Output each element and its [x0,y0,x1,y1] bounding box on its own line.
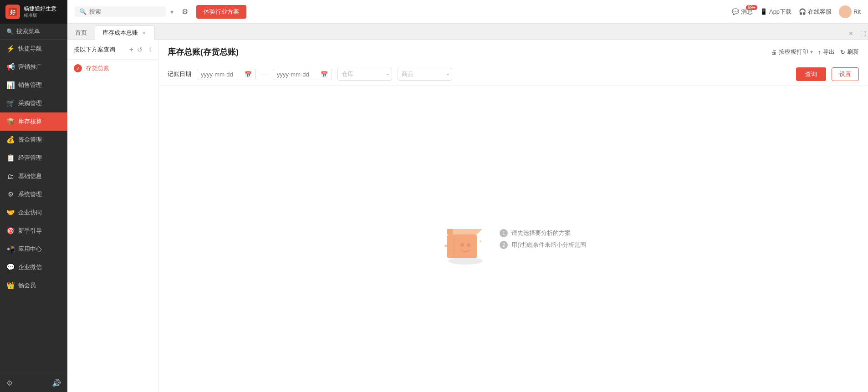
date-start-input[interactable]: 📅 [197,69,256,80]
topbar-gear-button[interactable]: ⚙ [178,5,192,19]
sidebar-item-guide[interactable]: 🎯 新手引导 [0,222,67,240]
page-header: 库存总账(存货总账) 🖨 按模板打印 ▾ ↑ 导出 ↻ [158,40,868,86]
warehouse-select[interactable]: 仓库 ··· [337,68,392,81]
product-select[interactable]: 商品 ··· [398,68,452,81]
refresh-label: 刷新 [847,48,859,56]
sidebar-item-finance[interactable]: 💰 资金管理 [0,131,67,149]
sidebar-item-label: 企业微信 [18,263,42,271]
sidebar-item-basic[interactable]: 🗂 基础信息 [0,167,67,185]
print-button[interactable]: 🖨 按模板打印 ▾ [771,48,813,56]
quick-nav-icon: ⚡ [6,45,15,53]
export-button[interactable]: ↑ 导出 [818,48,835,56]
sidebar-item-purchase[interactable]: 🛒 采购管理 [0,94,67,112]
filter-item-inventory-total[interactable]: ✓ 存货总账 [67,60,158,77]
sidebar-item-wechat[interactable]: 💬 企业微信 [0,258,67,276]
refresh-button[interactable]: ↻ 刷新 [840,48,859,56]
date-end-input[interactable]: 📅 [273,69,332,80]
settings-icon[interactable]: ⚙ [6,379,13,387]
tab-inventory-ledger[interactable]: 库存成本总账 × [95,25,155,40]
settings-button[interactable]: 设置 [832,67,859,81]
warehouse-label: 仓库 [342,70,383,78]
close-icon[interactable]: × [847,28,855,40]
user-avatar [839,5,852,18]
topbar: 🔍 ▾ ⚙ 体验行业方案 💬 消息 99+ 📱 App下载 🎧 在线客服 [67,0,868,24]
online-service-button[interactable]: 🎧 在线客服 [799,8,832,16]
topbar-search-input[interactable] [89,8,153,15]
wechat-icon: 💬 [6,263,15,271]
tab-inventory-ledger-label: 库存成本总账 [102,29,138,37]
svg-point-10 [480,240,481,242]
tabs-bar: 首页 库存成本总账 × × ⛶ [67,24,868,40]
export-label: 导出 [823,48,835,56]
sidebar-item-apps[interactable]: 📲 应用中心 [0,240,67,258]
sidebar-search[interactable]: 🔍 搜索菜单 [0,24,67,40]
sidebar-item-vip[interactable]: 👑 畅会员 [0,276,67,295]
filter-add-icon[interactable]: + [129,46,133,54]
sidebar-item-sales[interactable]: 📊 销售管理 [0,76,67,94]
date-end-field[interactable] [277,71,318,78]
calendar-end-icon: 📅 [321,71,328,78]
tab-close-icon[interactable]: × [141,30,147,36]
sidebar-item-label: 销售管理 [18,81,42,89]
page-content: 按以下方案查询 + ↺ 《 ✓ 存货总账 库存总账(存货总账) [67,40,868,392]
svg-point-2 [448,257,483,265]
purchase-icon: 🛒 [6,99,15,107]
tab-bar-right: × ⛶ [847,28,868,40]
audio-icon[interactable]: 🔊 [52,379,61,387]
topbar-left: 🔍 ▾ ⚙ 体验行业方案 [75,5,727,19]
sidebar-item-label: 采购管理 [18,99,42,107]
product-more-icon: ··· [446,70,448,78]
sidebar-item-cooperation[interactable]: 🤝 企业协同 [0,204,67,222]
expand-icon[interactable]: ⛶ [858,29,868,39]
messages-button[interactable]: 💬 消息 99+ [732,8,753,16]
chevron-down-icon[interactable]: ▾ [170,8,174,15]
sidebar-item-label: 畅会员 [18,281,36,290]
phone-icon: 📱 [760,8,767,15]
refresh-icon: ↻ [840,49,845,56]
sidebar-item-label: 基础信息 [18,172,42,180]
search-button[interactable]: 查询 [796,67,826,81]
system-icon: ⚙ [6,190,15,199]
sales-icon: 📊 [6,81,15,89]
sidebar-item-label: 经营管理 [18,154,42,162]
finance-icon: 💰 [6,136,15,144]
topbar-search-area[interactable]: 🔍 [75,6,166,17]
sidebar-item-marketing[interactable]: 📢 营销推广 [0,58,67,76]
sidebar-item-inventory[interactable]: 📦 库存核算 [0,112,67,131]
date-start-field[interactable] [201,71,242,78]
main-area: 🔍 ▾ ⚙ 体验行业方案 💬 消息 99+ 📱 App下载 🎧 在线客服 [67,0,868,392]
tab-home[interactable]: 首页 [67,25,95,40]
app-name: 畅捷通好生意 [24,5,56,13]
filter-panel-label: 按以下方案查询 [74,46,115,54]
user-menu[interactable]: Rit [839,5,861,18]
sidebar-nav: ⚡ 快捷导航 📢 营销推广 📊 销售管理 🛒 采购管理 📦 库存核算 💰 资金管… [0,40,67,374]
filter-reset-icon[interactable]: ↺ [137,46,143,53]
message-icon: 💬 [732,8,739,15]
online-service-label: 在线客服 [808,8,832,16]
filter-panel: 按以下方案查询 + ↺ 《 ✓ 存货总账 [67,40,158,392]
empty-box-svg [440,216,490,266]
business-icon: 📋 [6,154,15,162]
topbar-right: 💬 消息 99+ 📱 App下载 🎧 在线客服 Rit [732,5,861,18]
date-filter-label: 记账日期 [168,70,191,78]
sidebar-item-label: 应用中心 [18,245,42,253]
filter-collapse-icon[interactable]: 《 [146,46,152,54]
print-icon: 🖨 [771,49,777,56]
page-actions: 🖨 按模板打印 ▾ ↑ 导出 ↻ 刷新 [771,48,859,56]
sidebar-item-quick-nav[interactable]: ⚡ 快捷导航 [0,40,67,58]
sidebar-item-system[interactable]: ⚙ 系统管理 [0,185,67,204]
search-icon: 🔍 [6,28,14,35]
logo-icon: 好 [5,5,20,19]
print-chevron-icon: ▾ [810,49,813,55]
svg-point-8 [467,243,470,247]
sidebar-item-business[interactable]: 📋 经营管理 [0,149,67,167]
headset-icon: 🎧 [799,8,806,15]
app-download-button[interactable]: 📱 App下载 [760,8,791,16]
filter-row: 记账日期 📅 — 📅 仓库 ··· 商品 [168,63,859,86]
cooperation-icon: 🤝 [6,209,15,217]
filter-item-label: 存货总账 [86,64,109,72]
content-area: 库存总账(存货总账) 🖨 按模板打印 ▾ ↑ 导出 ↻ [158,40,868,392]
tip-2-text: 用[过滤]条件来缩小分析范围 [511,239,586,251]
trial-button[interactable]: 体验行业方案 [196,5,246,19]
basic-icon: 🗂 [6,172,15,180]
